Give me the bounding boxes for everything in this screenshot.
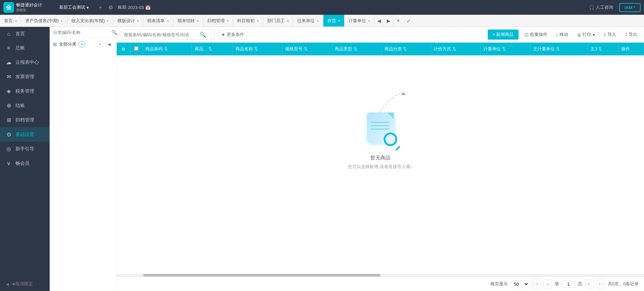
th-col3[interactable]: 主3⇅ [588, 43, 619, 55]
product-search-input[interactable] [124, 32, 198, 37]
th-gear[interactable]: ⚙ [117, 43, 130, 55]
tab-home[interactable]: 首页 × [0, 15, 21, 27]
th-main-unit[interactable]: 主计量单位⇅ [530, 43, 588, 55]
tax-icon: ◈ [5, 88, 12, 94]
tab-counterpart[interactable]: 往来单位 × [293, 15, 323, 27]
settings-icon[interactable]: ⚙ [107, 3, 114, 12]
add-category-button[interactable]: + [96, 41, 104, 48]
sidebar-item-ledger[interactable]: ≡ 总账 [0, 41, 50, 55]
sidebar-archive-label: 归档管理 [15, 117, 34, 123]
h-scrollbar[interactable] [117, 274, 644, 277]
calendar-icon[interactable]: 📅 [145, 5, 151, 10]
th-price-method[interactable]: 计价方式⇅ [431, 43, 481, 55]
sidebar-collapse-button[interactable]: ◄ ◄取消固定 [0, 277, 50, 291]
tab-bar: 首页 × 资产负债表(中期) × 收入支出表(年报) × 模版设计 × 税表清单… [0, 15, 644, 27]
add-product-label: + 新增商品 [492, 32, 514, 38]
doc-line-3 [371, 129, 390, 130]
sidebar-item-cloud-report[interactable]: ☁ 云报表中心 [0, 55, 50, 69]
export-icon: ⤴ [625, 32, 627, 37]
batch-button[interactable]: ☑ 批量操作 [522, 30, 550, 39]
sidebar-item-checkout[interactable]: ⊕ 结账 [0, 98, 50, 113]
tab-dept-emp[interactable]: 部门员工 × [263, 15, 293, 27]
per-page-select[interactable]: 20 50 100 [511, 280, 529, 288]
tab-period-end-close[interactable]: × [197, 19, 199, 23]
tab-home-label: 首页 [4, 18, 13, 24]
empty-title: 暂无商品 [370, 155, 390, 161]
tab-template-close[interactable]: × [137, 19, 139, 23]
select-all-checkbox[interactable] [134, 46, 139, 51]
th-code[interactable]: 商品...⇅ [192, 43, 232, 55]
sidebar-item-home[interactable]: ⌂ 首页 [0, 27, 50, 41]
print-button[interactable]: 🖨 打印 ▾ [574, 30, 598, 39]
org-selector[interactable]: 基层工会测试 ▾ [56, 3, 92, 12]
page-prev-button[interactable]: ◄ [543, 280, 552, 288]
main-layout: ⌂ 首页 ≡ 总账 ☁ 云报表中心 ✉ 发票管理 ◈ 税务管理 ⊕ 结账 ⊞ 归… [0, 27, 644, 291]
print-label: 打印 [583, 32, 591, 38]
tab-archive-mgr-close[interactable]: × [227, 19, 229, 23]
tab-template[interactable]: 模版设计 × [113, 15, 143, 27]
tab-income-close[interactable]: × [107, 19, 109, 23]
all-category-label[interactable]: 全部分类 [59, 41, 76, 47]
category-search-icon[interactable]: 🔍 [111, 30, 117, 35]
tab-counterpart-label: 往来单位 [297, 18, 315, 24]
sidebar-item-tax[interactable]: ◈ 税务管理 [0, 84, 50, 98]
tab-expand-button[interactable]: ⤢ [403, 15, 414, 27]
tab-unit-close[interactable]: × [368, 19, 370, 23]
tab-period-end-label: 期末结转 [177, 18, 195, 24]
sidebar-item-basic-settings[interactable]: ⊙ 基础设置 [0, 127, 50, 142]
tab-archive-mgr[interactable]: 归档管理 × [203, 15, 233, 27]
th-spec[interactable]: 规格型号⇅ [282, 43, 332, 55]
tab-inventory[interactable]: 存货 × [323, 15, 344, 27]
tab-inventory-close[interactable]: × [338, 19, 340, 23]
tab-tax[interactable]: 税表清单 × [143, 15, 173, 27]
iam-button[interactable]: iAM * [619, 3, 641, 12]
th-barcode[interactable]: 商品条码⇅ [142, 43, 192, 55]
category-search-input[interactable] [53, 30, 109, 35]
filter-button[interactable]: ▼ 更多条件 [218, 30, 247, 39]
tab-prev-button[interactable]: ◀ [375, 15, 384, 27]
tab-counterpart-close[interactable]: × [317, 19, 319, 23]
tab-period-end[interactable]: 期末结转 × [173, 15, 203, 27]
tab-close-all-button[interactable]: × [393, 15, 403, 27]
collapse-label: ◄取消固定 [11, 281, 33, 287]
th-name[interactable]: 商品名称⇅ [232, 43, 282, 55]
product-search-icon[interactable]: 🔍 [200, 32, 206, 38]
move-button[interactable]: ↕ 移动 [553, 30, 571, 39]
add-product-button[interactable]: + 新增商品 [488, 30, 518, 40]
page-next-button[interactable]: ► [585, 280, 594, 288]
tab-income[interactable]: 收入支出表(年报) × [67, 15, 113, 27]
sidebar-item-invoice[interactable]: ✉ 发票管理 [0, 69, 50, 84]
pagination-bar: 每页显示 20 50 100 |◄ ◄ 第 页 ► ►| [117, 277, 644, 291]
category-collapse-button[interactable]: ◄ [106, 41, 113, 48]
tab-subject-init[interactable]: 科目期初 × [233, 15, 263, 27]
edit-circle-icon[interactable]: ✎ [78, 41, 85, 48]
total-label: 共0页，0条记录 [608, 281, 639, 287]
tab-subject-init-close[interactable]: × [257, 19, 259, 23]
th-category[interactable]: 商品分类⇅ [381, 43, 431, 55]
tab-archive-mgr-label: 归档管理 [207, 18, 225, 24]
print-chevron: ▾ [593, 32, 595, 37]
ledger-icon: ≡ [5, 45, 12, 51]
page-input[interactable] [562, 281, 575, 288]
export-button[interactable]: ⤴ 导出 [622, 30, 640, 39]
sidebar-item-new-guide[interactable]: ◎ 新手引导 [0, 142, 50, 156]
th-type[interactable]: 商品类型⇅ [332, 43, 381, 55]
tab-tax-close[interactable]: × [167, 19, 169, 23]
h-scrollbar-thumb[interactable] [143, 274, 380, 277]
help-button[interactable]: 🎧 人工咨询 [586, 3, 616, 12]
page-last-button[interactable]: ►| [596, 280, 605, 288]
sidebar-item-archive[interactable]: ⊞ 归档管理 [0, 113, 50, 127]
import-button[interactable]: ⤵ 导入 [601, 30, 619, 39]
page-first-button[interactable]: |◄ [532, 280, 541, 288]
tab-dept-emp-close[interactable]: × [287, 19, 289, 23]
tab-balance-close[interactable]: × [61, 19, 63, 23]
th-unit[interactable]: 计量单位⇅ [481, 43, 530, 55]
tab-balance[interactable]: 资产负债表(中期) × [21, 15, 67, 27]
tab-next-button[interactable]: ▶ [384, 15, 393, 27]
th-check[interactable] [130, 43, 142, 55]
tab-income-label: 收入支出表(年报) [71, 18, 105, 24]
tab-unit[interactable]: 计量单位 × [344, 15, 374, 27]
sidebar-item-member[interactable]: ∨ 畅会员 [0, 156, 50, 171]
add-tab-button[interactable]: ＋ [96, 3, 104, 12]
tab-home-close[interactable]: × [15, 19, 17, 23]
